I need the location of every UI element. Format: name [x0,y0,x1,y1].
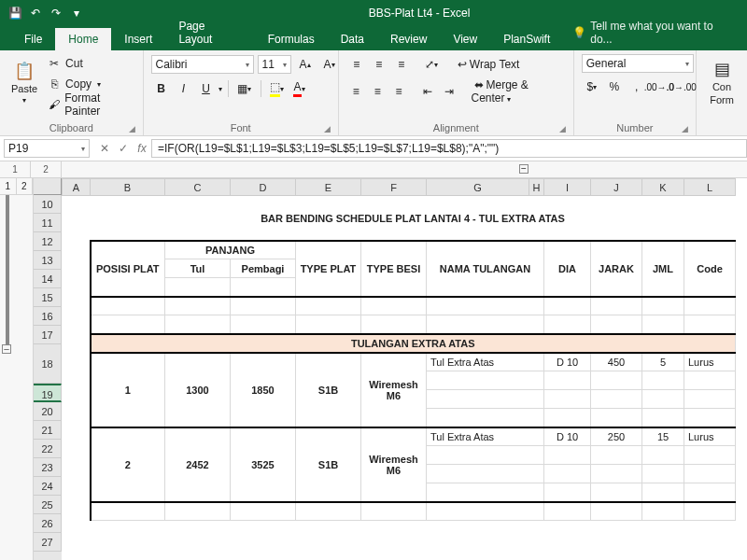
formula-input[interactable]: =IF(OR(L19=$L$1;L19=$L$3;L19=$L$5;L19=$L… [151,139,747,158]
align-top-button[interactable]: ≡ [346,54,367,75]
row-header[interactable]: 26 [34,514,62,533]
tab-file[interactable]: File [11,28,55,50]
column-header[interactable]: C [165,179,231,196]
align-middle-button[interactable]: ≡ [369,54,389,75]
font-size-combo[interactable]: 11▾ [258,55,291,74]
cell-code[interactable]: Lurus [684,353,736,371]
tab-insert[interactable]: Insert [111,28,165,50]
cell-typebesi[interactable]: Wiremesh M6 [361,353,427,427]
row-header[interactable]: 20 [34,402,62,421]
name-box[interactable]: P19▾ [4,139,90,158]
format-painter-button[interactable]: 🖌Format Painter [47,95,134,114]
cell-nama[interactable]: Tul Extra Atas [427,427,544,446]
column-header[interactable]: H [529,179,544,196]
tab-planswift[interactable]: PlanSwift [490,28,563,50]
col-outline-level-1[interactable]: 1 [0,161,31,177]
wrap-text-button[interactable]: ↩Wrap Text [455,58,520,71]
cells[interactable]: ABCDEFGHIJKL BAR BENDING SCHEDULE PLAT L… [62,178,736,521]
accounting-format-button[interactable]: $▾ [582,77,602,97]
cell-nama[interactable]: Tul Extra Atas [427,353,544,371]
undo-icon[interactable]: ↶ [28,7,43,20]
cell-tul[interactable]: 1300 [165,353,231,427]
dialog-launcher-icon[interactable]: ◢ [129,124,135,133]
decrease-indent-button[interactable]: ⇤ [417,81,437,102]
cell-posisi[interactable]: 2 [91,427,165,502]
row-header[interactable]: 27 [34,533,62,552]
decrease-decimal-button[interactable]: .0→.00 [671,77,692,97]
row-header[interactable]: 19 [34,384,62,402]
cell-posisi[interactable]: 1 [91,353,165,427]
bold-button[interactable]: B [151,78,172,99]
collapse-icon[interactable]: − [519,164,529,174]
cell-typebesi[interactable]: Wiremesh M6 [361,427,427,502]
dialog-launcher-icon[interactable]: ◢ [324,124,331,133]
tab-data[interactable]: Data [328,28,377,50]
cell-jml[interactable]: 5 [642,353,684,371]
column-header[interactable]: F [361,179,427,196]
column-outline-ruler[interactable]: − [62,161,747,177]
redo-icon[interactable]: ↷ [49,7,63,20]
row-header[interactable]: 15 [34,288,62,307]
tab-review[interactable]: Review [377,28,440,50]
cell-jarak[interactable]: 250 [591,427,642,446]
cell-jml[interactable]: 15 [642,427,684,446]
decrease-font-button[interactable]: A▾ [319,54,340,75]
row-outline-level-2[interactable]: 2 [17,178,34,195]
number-format-combo[interactable]: General▾ [582,54,694,73]
collapse-icon[interactable]: − [2,344,11,354]
row-header[interactable]: 12 [34,232,62,251]
select-all-corner[interactable] [34,178,62,195]
row-header[interactable]: 16 [34,307,62,326]
column-header[interactable]: G [427,179,529,196]
font-name-combo[interactable]: Calibri▾ [151,55,254,74]
borders-button[interactable]: ▦▾ [234,78,255,99]
percent-button[interactable]: % [604,77,625,97]
align-bottom-button[interactable]: ≡ [391,54,412,75]
increase-indent-button[interactable]: ⇥ [439,81,458,102]
align-left-button[interactable]: ≡ [346,81,366,102]
row-header[interactable]: 17 [34,326,62,344]
row-header[interactable]: 25 [34,496,62,514]
cell-typeplat[interactable]: S1B [296,427,361,502]
row-header[interactable]: 23 [34,458,62,477]
tab-formulas[interactable]: Formulas [255,28,328,50]
cell-dia[interactable]: D 10 [544,427,591,446]
row-header[interactable]: 13 [34,251,62,270]
qat-more-icon[interactable]: ▾ [69,7,84,20]
cell-dia[interactable]: D 10 [544,353,591,371]
dialog-launcher-icon[interactable]: ◢ [559,124,566,133]
row-header[interactable]: 22 [34,440,62,458]
orientation-button[interactable]: ⤢▾ [421,54,442,75]
row-header[interactable]: 11 [34,214,62,232]
paste-button[interactable]: 📋 Paste ▾ [7,54,41,110]
row-header[interactable]: 10 [34,195,62,214]
cell-typeplat[interactable]: S1B [296,353,361,427]
merge-center-button[interactable]: ⬌Merge & Center▾ [472,78,566,105]
underline-button[interactable]: U [196,78,217,99]
increase-font-button[interactable]: A▴ [295,54,316,75]
cell-pembagi[interactable]: 3525 [231,427,296,502]
row-header[interactable]: 14 [34,270,62,288]
column-header[interactable]: J [591,179,642,196]
align-right-button[interactable]: ≡ [389,81,409,102]
column-header[interactable]: A [63,179,91,196]
cut-button[interactable]: ✂Cut [47,54,134,73]
tab-view[interactable]: View [440,28,490,50]
column-header[interactable]: D [231,179,296,196]
tell-me[interactable]: 💡 Tell me what you want to do... [563,15,747,50]
cell-tul[interactable]: 2452 [165,427,231,502]
italic-button[interactable]: I [174,78,194,99]
copy-button[interactable]: ⎘Copy▾ [47,75,134,93]
cell-code[interactable]: Lurus [684,427,736,446]
row-outline-level-1[interactable]: 1 [0,178,17,195]
row-header[interactable]: 24 [34,477,62,496]
column-header[interactable]: K [642,179,684,196]
dialog-launcher-icon[interactable]: ◢ [682,124,688,133]
column-header[interactable]: B [91,179,165,196]
cell-jarak[interactable]: 450 [591,353,642,371]
row-header[interactable]: 18 [34,344,62,384]
column-header[interactable]: L [684,179,736,196]
tab-page-layout[interactable]: Page Layout [165,15,254,50]
fx-button[interactable]: fx [133,139,151,158]
column-header[interactable]: E [296,179,361,196]
